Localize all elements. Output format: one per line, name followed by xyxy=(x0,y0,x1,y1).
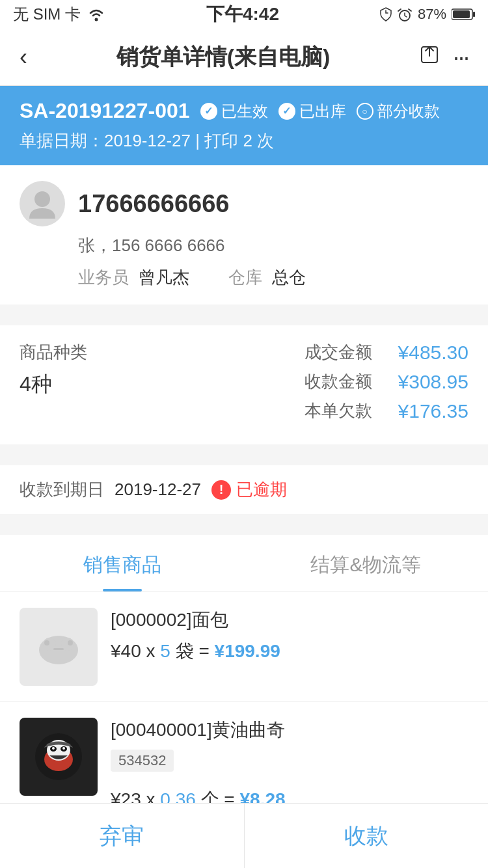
status-bar: 无 SIM 卡 下午4:42 87% xyxy=(0,0,488,29)
product-item-1: [0000002]面包 ¥40 x 5 袋 = ¥199.99 xyxy=(0,592,488,702)
customer-meta: 业务员 曾凡杰 仓库 总仓 xyxy=(78,266,468,289)
share-icon[interactable] xyxy=(419,44,440,70)
order-header: SA-20191227-001 ✓ 已生效 ✓ 已出库 ○ 部分收款 单据日期：… xyxy=(0,86,488,165)
nav-right-actions: ··· xyxy=(419,44,468,71)
no-sim-text: 无 SIM 卡 xyxy=(13,4,81,25)
product-name-2: [000400001]黄油曲奇 xyxy=(111,718,468,742)
summary-section: 商品种类 4种 成交金额 ¥485.30 收款金额 ¥308.95 本单欠款 ¥… xyxy=(0,325,488,444)
product-thumb-1 xyxy=(20,608,98,686)
status-bar-right: 87% xyxy=(380,6,475,23)
customer-section: 17666666666 张，156 6666 6666 业务员 曾凡杰 仓库 总… xyxy=(0,165,488,305)
status-partial-text: 部分收款 xyxy=(377,101,440,122)
product-sku-2: 534532 xyxy=(111,750,174,772)
battery-icon xyxy=(452,8,475,20)
product-name-1: [0000002]面包 xyxy=(111,608,468,632)
svg-point-0 xyxy=(95,18,98,21)
status-effective-text: 已生效 xyxy=(221,101,268,122)
type-value: 4种 xyxy=(20,370,87,399)
svg-point-18 xyxy=(52,747,55,750)
overdue-icon: ! xyxy=(211,480,231,500)
order-id: SA-20191227-001 xyxy=(20,99,190,123)
order-date: 单据日期：2019-12-27 | 打印 2 次 xyxy=(20,129,468,152)
more-icon[interactable]: ··· xyxy=(453,44,468,71)
nav-title: 销货单详情(来自电脑) xyxy=(116,42,331,72)
overdue-badge: ! 已逾期 xyxy=(211,478,287,501)
due-date: 2019-12-27 xyxy=(115,480,201,500)
warehouse-info: 仓库 总仓 xyxy=(228,266,306,289)
check-effective-icon: ✓ xyxy=(200,103,217,120)
battery-text: 87% xyxy=(418,6,446,23)
product-type-summary: 商品种类 4种 xyxy=(20,341,87,399)
owed-value: ¥176.35 xyxy=(398,400,468,422)
customer-avatar xyxy=(20,181,65,226)
tab-products[interactable]: 销售商品 xyxy=(0,535,244,591)
due-label: 收款到期日 xyxy=(20,478,104,501)
type-label: 商品种类 xyxy=(20,341,87,364)
tabs-bar: 销售商品 结算&物流等 xyxy=(0,535,488,592)
svg-point-19 xyxy=(62,747,65,750)
amount-summary: 成交金额 ¥485.30 收款金额 ¥308.95 本单欠款 ¥176.35 xyxy=(305,341,468,429)
status-bar-time: 下午4:42 xyxy=(206,2,279,27)
back-button[interactable]: ‹ xyxy=(20,44,27,71)
status-shipped-text: 已出库 xyxy=(299,101,346,122)
received-label: 收款金额 xyxy=(305,370,372,393)
location-icon xyxy=(380,7,392,21)
divider-1 xyxy=(0,315,488,325)
nav-bar: ‹ 销货单详情(来自电脑) ··· xyxy=(0,29,488,86)
status-partial: ○ 部分收款 xyxy=(357,101,440,122)
product-info-2: [000400001]黄油曲奇 534532 ¥23 x 0.36 个 = ¥8… xyxy=(111,718,468,812)
sales-info: 业务员 曾凡杰 xyxy=(78,266,189,289)
svg-point-11 xyxy=(68,640,73,645)
clock-icon: ○ xyxy=(357,103,373,120)
product-list: [0000002]面包 ¥40 x 5 袋 = ¥199.99 xyxy=(0,592,488,828)
status-bar-left: 无 SIM 卡 xyxy=(13,4,105,25)
action-bar: 弃审 收款 xyxy=(0,803,488,868)
svg-point-10 xyxy=(44,640,49,645)
product-info-1: [0000002]面包 ¥40 x 5 袋 = ¥199.99 xyxy=(111,608,468,664)
status-effective: ✓ 已生效 xyxy=(200,101,268,122)
svg-rect-4 xyxy=(453,10,470,18)
amount-value: ¥485.30 xyxy=(398,342,468,364)
amount-label: 成交金额 xyxy=(305,341,372,364)
product-thumb-2 xyxy=(20,718,98,796)
cancel-button[interactable]: 弃审 xyxy=(0,804,245,868)
due-date-section: 收款到期日 2019-12-27 ! 已逾期 xyxy=(0,465,488,514)
svg-rect-12 xyxy=(53,648,64,650)
status-shipped: ✓ 已出库 xyxy=(278,101,346,122)
divider-3 xyxy=(0,524,488,535)
wifi-icon xyxy=(87,7,105,21)
svg-rect-3 xyxy=(473,12,475,17)
alarm-icon xyxy=(397,7,413,21)
confirm-button[interactable]: 收款 xyxy=(245,804,489,868)
received-value: ¥308.95 xyxy=(398,371,468,393)
svg-point-6 xyxy=(34,191,50,207)
tab-settlement[interactable]: 结算&物流等 xyxy=(244,535,488,591)
overdue-text: 已逾期 xyxy=(236,478,287,501)
product-price-1: ¥40 x 5 袋 = ¥199.99 xyxy=(111,639,468,664)
customer-name: 张，156 6666 6666 xyxy=(78,234,468,257)
check-shipped-icon: ✓ xyxy=(278,103,295,120)
customer-phone: 17666666666 xyxy=(78,190,229,218)
divider-2 xyxy=(0,455,488,465)
tabs-section: 销售商品 结算&物流等 xyxy=(0,535,488,592)
owed-label: 本单欠款 xyxy=(305,400,372,422)
